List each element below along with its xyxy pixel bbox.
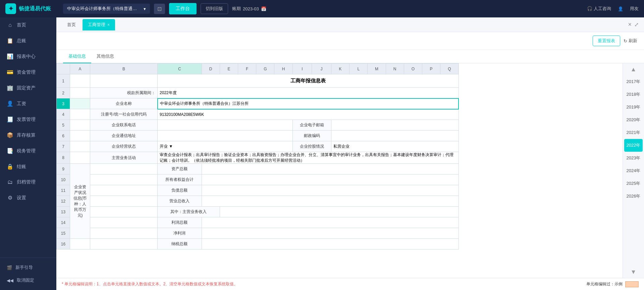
col-header-o[interactable]: O [404, 64, 422, 74]
table-cell-company-name[interactable]: 中审众环会计师事务所（特殊普通合伙）江苏分所 [158, 98, 459, 109]
table-cell[interactable] [202, 174, 459, 185]
table-cell[interactable]: 资产总额 [158, 164, 202, 174]
col-header-g[interactable]: G [256, 64, 274, 74]
table-cell[interactable]: 营业总收入 [158, 196, 202, 207]
sidebar-item-report[interactable]: 📊 报表中心 [0, 49, 56, 64]
table-cell[interactable]: 企业名称 [90, 98, 158, 109]
table-cell[interactable]: 企业电子邮箱 [292, 120, 331, 131]
sidebar-item-invoice[interactable]: 🧾 发票管理 [0, 112, 56, 127]
reset-report-button[interactable]: 重置报表 [593, 35, 620, 46]
table-cell[interactable] [70, 109, 90, 120]
table-cell[interactable] [90, 228, 158, 239]
table-cell[interactable] [90, 174, 158, 185]
table-cell[interactable] [202, 217, 459, 228]
table-cell[interactable]: 邮政编码 [292, 131, 331, 141]
table-cell[interactable] [158, 131, 293, 141]
table-cell[interactable] [70, 88, 90, 98]
tab-home[interactable]: 首页 [62, 19, 81, 30]
col-header-k[interactable]: K [331, 64, 349, 74]
sidebar-item-unpin[interactable]: ◀◀ 取消固定 [0, 274, 56, 287]
old-version-button[interactable]: 切到旧版 [201, 3, 228, 14]
col-header-p[interactable]: P [422, 64, 440, 74]
col-header-m[interactable]: M [368, 64, 386, 74]
year-item-2019[interactable]: 2019年 [623, 101, 644, 114]
col-header-f[interactable]: F [238, 64, 256, 74]
table-cell[interactable] [70, 152, 90, 164]
sidebar-item-home[interactable]: ⌂ 首页 [0, 17, 56, 33]
sidebar-item-tax[interactable]: 📑 税务管理 [0, 143, 56, 159]
table-cell[interactable]: 开业 ▼ [158, 141, 293, 152]
table-cell[interactable] [90, 74, 158, 88]
table-cell[interactable] [70, 131, 90, 141]
table-cell[interactable]: 2022年度 [158, 88, 459, 98]
table-cell[interactable] [90, 185, 158, 196]
col-header-h[interactable]: H [274, 64, 292, 74]
user-label[interactable]: 用友 [630, 6, 639, 12]
table-cell[interactable] [202, 196, 459, 207]
table-cell[interactable]: 注册号/统一社会信用代码 [90, 109, 158, 120]
table-cell[interactable] [90, 239, 158, 249]
table-cell[interactable] [202, 164, 459, 174]
table-cell[interactable]: 审查企业会计报表；出具审计报告；验证企业资本；出具验资报告；办理企业合并、分立、… [158, 152, 459, 164]
table-cell[interactable] [70, 74, 90, 88]
calendar-icon[interactable]: 📅 [261, 6, 266, 11]
year-item-2024[interactable]: 2024年 [623, 164, 644, 177]
table-cell[interactable]: 私营企业 [331, 141, 459, 152]
table-cell[interactable] [90, 217, 158, 228]
sidebar-item-archive[interactable]: 🗂 归档管理 [0, 174, 56, 190]
sidebar-item-fund[interactable]: 💳 资金管理 [0, 64, 56, 80]
table-cell[interactable] [220, 207, 459, 217]
year-item-2023[interactable]: 2023年 [623, 152, 644, 164]
col-header-q[interactable]: Q [440, 64, 459, 74]
table-cell[interactable]: 主营业务活动 [90, 152, 158, 164]
sidebar-item-asset[interactable]: 🏢 固定资产 [0, 80, 56, 96]
table-cell[interactable]: 纳税总额 [158, 239, 202, 249]
service-link[interactable]: 🎧 人工咨询 [587, 6, 611, 12]
refresh-button[interactable]: ↻ 刷新 [624, 38, 637, 44]
year-up-button[interactable]: ▲ [623, 63, 644, 75]
sidebar-item-inventory[interactable]: 📦 库存核算 [0, 127, 56, 143]
table-cell[interactable]: 企业联系电话 [90, 120, 158, 131]
year-item-2017[interactable]: 2017年 [623, 75, 644, 88]
col-header-d[interactable]: D [202, 64, 220, 74]
table-cell[interactable] [70, 141, 90, 152]
col-header-l[interactable]: L [350, 64, 368, 74]
table-cell[interactable] [202, 239, 459, 249]
sidebar-item-settings[interactable]: ⚙ 设置 [0, 190, 56, 206]
table-cell[interactable] [70, 239, 90, 249]
year-item-2025[interactable]: 2025年 [623, 177, 644, 190]
table-cell[interactable]: 91320100MA208E5W6K [158, 109, 459, 120]
workbench-button[interactable]: 工作台 [169, 3, 197, 14]
window-close-button[interactable]: × [628, 21, 632, 28]
tab-close-icon[interactable]: × [107, 22, 110, 27]
table-cell[interactable]: 其中：主营业务收入 [158, 207, 220, 217]
col-header-b[interactable]: B [90, 64, 158, 74]
table-cell[interactable] [202, 228, 459, 239]
table-cell[interactable]: 所有者权益合计 [158, 174, 202, 185]
table-cell[interactable] [331, 120, 459, 131]
table-cell[interactable]: 企业控股情况 [292, 141, 331, 152]
year-down-button[interactable]: ▼ [623, 266, 644, 278]
table-cell[interactable] [202, 185, 459, 196]
table-cell[interactable] [90, 196, 158, 207]
sub-tab-other[interactable]: 其他信息 [91, 50, 119, 63]
table-cell[interactable]: 负债总额 [158, 185, 202, 196]
spreadsheet-main[interactable]: A B C D E F G H I J K L M [56, 63, 623, 278]
company-selector[interactable]: 中审众环会计师事务所（特殊普通合伙... ▾ [63, 4, 150, 14]
year-item-2022[interactable]: 2022年 [624, 139, 643, 152]
year-item-2020[interactable]: 2020年 [623, 114, 644, 126]
table-cell[interactable] [70, 120, 90, 131]
copy-button[interactable]: ⊡ [154, 4, 165, 14]
window-maximize-button[interactable]: ⤢ [634, 21, 639, 28]
sidebar-item-close[interactable]: 🔒 结账 [0, 159, 56, 174]
table-cell[interactable]: 净利润 [158, 228, 202, 239]
year-item-2018[interactable]: 2018年 [623, 88, 644, 101]
table-cell[interactable] [70, 98, 90, 109]
table-cell[interactable] [90, 164, 158, 174]
col-header-a[interactable]: A [70, 64, 90, 74]
table-cell[interactable] [158, 120, 293, 131]
col-header-c[interactable]: C [158, 64, 202, 74]
table-title-cell[interactable]: 工商年报信息表 [158, 74, 459, 88]
table-cell[interactable]: 企业经营状态 [90, 141, 158, 152]
sidebar-item-wage[interactable]: 👤 工资 [0, 96, 56, 112]
